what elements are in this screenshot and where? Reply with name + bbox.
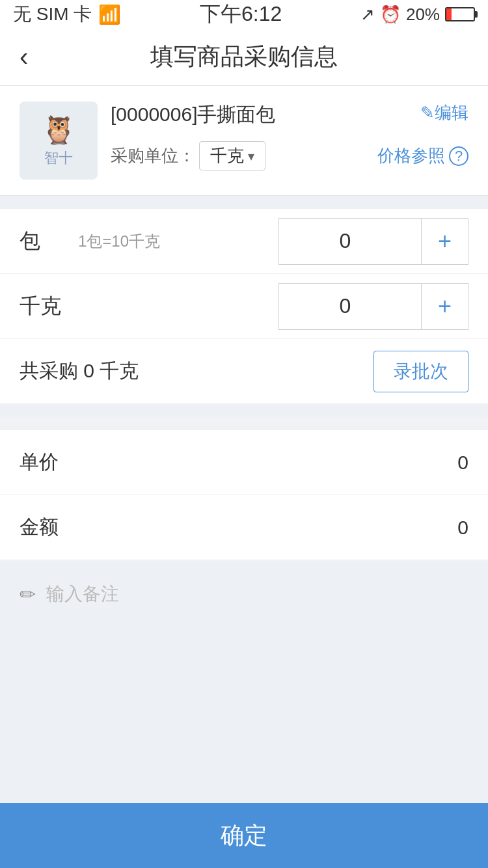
kg-input-row: 千克 + <box>0 274 488 339</box>
product-name: [0000006]手撕面包 <box>111 102 275 128</box>
summary-row: 共采购 0 千克 录批次 <box>0 339 488 404</box>
unit-price-value: 0 <box>457 452 468 474</box>
price-ref-label: 价格参照 <box>377 144 445 167</box>
nav-bar: ‹ 填写商品采购信息 <box>0 29 488 86</box>
status-left: 无 SIM 卡 📶 <box>13 2 121 27</box>
unit-prefix: 采购单位： <box>111 144 195 167</box>
product-info-top: [0000006]手撕面包 ✎编辑 <box>111 102 468 128</box>
kg-plus-button[interactable]: + <box>422 283 468 330</box>
wifi-icon: 📶 <box>98 4 121 25</box>
edit-link[interactable]: ✎编辑 <box>420 102 468 124</box>
remark-placeholder: 输入备注 <box>46 582 119 606</box>
kg-input[interactable] <box>278 283 422 330</box>
status-bar: 无 SIM 卡 📶 下午6:12 ↗ ⏰ 20% <box>0 0 488 29</box>
unit-value: 千克 <box>210 144 244 167</box>
dropdown-arrow-icon: ▾ <box>248 148 254 164</box>
amount-label: 金额 <box>20 514 457 541</box>
no-sim-text: 无 SIM 卡 <box>13 2 92 27</box>
kg-number-box: + <box>278 283 468 330</box>
back-button[interactable]: ‹ <box>20 42 28 72</box>
page-title: 填写商品采购信息 <box>150 41 338 73</box>
bao-number-box: + <box>278 218 468 265</box>
remark-section[interactable]: ✏ 输入备注 <box>0 562 488 627</box>
kg-label: 千克 <box>20 292 72 321</box>
separator-2 <box>0 404 488 417</box>
unit-price-label: 单价 <box>20 449 457 476</box>
detail-section: 单价 0 金额 0 <box>0 430 488 560</box>
battery-fill <box>446 8 452 20</box>
summary-text: 共采购 0 千克 <box>20 358 373 385</box>
record-batch-button[interactable]: 录批次 <box>373 351 468 392</box>
amount-row: 金额 0 <box>0 495 488 560</box>
bao-label: 包 <box>20 227 72 256</box>
product-image-label: 智十 <box>44 148 73 168</box>
bao-sublabel: 1包=10千克 <box>78 231 278 252</box>
pencil-icon: ✏ <box>20 583 36 606</box>
confirm-button[interactable]: 确定 <box>0 803 488 868</box>
amount-value: 0 <box>457 517 468 539</box>
product-info: [0000006]手撕面包 ✎编辑 采购单位： 千克 ▾ 价格参照 ? <box>111 102 468 170</box>
status-time: 下午6:12 <box>200 0 282 29</box>
price-reference-btn[interactable]: 价格参照 ? <box>377 144 468 167</box>
help-icon: ? <box>449 146 468 166</box>
unit-dropdown[interactable]: 千克 ▾ <box>199 141 265 170</box>
unit-selector[interactable]: 采购单位： 千克 ▾ <box>111 141 265 170</box>
product-unit-row: 采购单位： 千克 ▾ 价格参照 ? <box>111 141 468 170</box>
status-right: ↗ ⏰ 20% <box>360 5 475 25</box>
product-image: 🦉 智十 <box>20 102 98 180</box>
input-section: 包 1包=10千克 + 千克 + <box>0 209 488 339</box>
owl-icon: 🦉 <box>42 114 75 146</box>
bao-plus-button[interactable]: + <box>422 218 468 265</box>
battery-icon <box>445 7 475 21</box>
unit-price-row: 单价 0 <box>0 430 488 495</box>
product-card: 🦉 智十 [0000006]手撕面包 ✎编辑 采购单位： 千克 ▾ 价格参照 ? <box>0 86 488 196</box>
alarm-icon: ⏰ <box>380 5 401 25</box>
content-filler <box>0 627 488 822</box>
bao-input[interactable] <box>278 218 422 265</box>
location-icon: ↗ <box>360 5 375 25</box>
bao-input-row: 包 1包=10千克 + <box>0 209 488 274</box>
battery-percent: 20% <box>406 5 440 25</box>
separator-1 <box>0 196 488 209</box>
